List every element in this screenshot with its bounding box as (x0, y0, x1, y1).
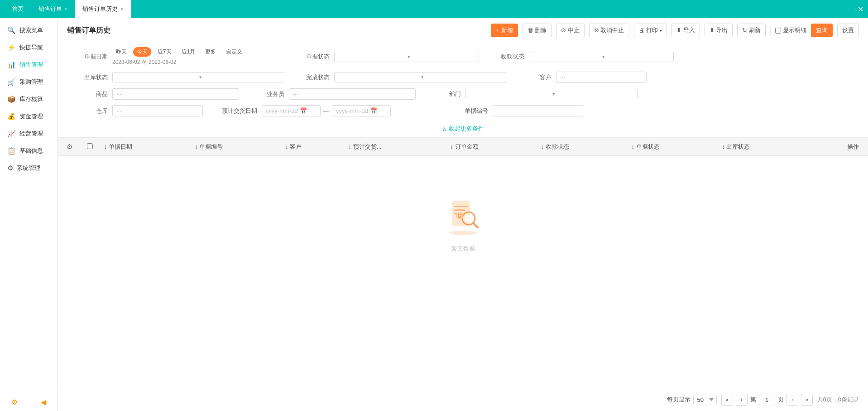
query-button[interactable]: 查询 (811, 24, 833, 37)
date-opt-1month[interactable]: 近1月 (178, 47, 199, 57)
date-input-group: yyyy-mm-dd 📅 — yyyy-mm-dd 📅 (262, 105, 443, 116)
setup-button[interactable]: 设置 (837, 24, 859, 37)
tab-sales-order-close[interactable]: × (65, 6, 67, 12)
expected-date-label: 预计交货日期 (216, 107, 262, 115)
receipt-status-arrow: ▾ (602, 54, 670, 60)
select-all-checkbox[interactable] (87, 143, 93, 149)
customer-input[interactable]: ··· (556, 72, 647, 83)
sidebar-item-sys-mgmt-label: 系统管理 (17, 164, 40, 172)
th-receipt-status[interactable]: ↕ 收款状态 (535, 138, 626, 156)
sidebar-bottom: ⚙ ◀ (0, 393, 58, 411)
receipt-status-select[interactable]: ▾ (529, 52, 674, 62)
warehouse-input[interactable]: ··· (112, 105, 203, 116)
sidebar-item-sales-mgmt[interactable]: 📊 销售管理 (0, 56, 58, 73)
new-button[interactable]: + 新增 (491, 24, 518, 37)
th-doc-no[interactable]: ↕ 单据编号 (189, 138, 280, 156)
import-button[interactable]: ⬇ 导入 (671, 24, 700, 37)
close-window-icon[interactable]: ✕ (858, 5, 863, 14)
first-page-button[interactable]: « (721, 394, 733, 406)
refresh-button[interactable]: ↻ 刷新 (737, 24, 766, 37)
print-dropdown-icon[interactable]: ▾ (660, 28, 662, 33)
calendar-start-icon[interactable]: 📅 (300, 107, 307, 114)
show-detail-checkbox[interactable] (775, 28, 781, 34)
delete-button[interactable]: 🗑 删除 (523, 24, 552, 37)
collapse-button[interactable]: ∧ 收起更多条件 (76, 122, 850, 137)
expected-date-end[interactable]: yyyy-mm-dd 📅 (332, 105, 391, 116)
sidebar-item-ops-mgmt[interactable]: 📈 经营管理 (0, 125, 58, 142)
stop-button-label: ⊘ 中止 (561, 26, 580, 34)
main-layout: 🔍 搜索菜单 ⚡ 快捷导航 📊 销售管理 🛒 采购管理 📦 库存核算 💰 资金管… (0, 18, 868, 411)
status-select[interactable]: ▾ (334, 52, 479, 62)
complete-select[interactable]: ▾ (334, 72, 506, 82)
th-actions-label: 操作 (847, 143, 859, 150)
sales-mgmt-icon: 📊 (7, 61, 16, 69)
th-doc-status[interactable]: ↕ 单据状态 (626, 138, 716, 156)
prev-page-button[interactable]: ‹ (736, 394, 748, 406)
collapse-up-icon: ∧ (442, 126, 447, 132)
sidebar-item-stock-check[interactable]: 📦 库存核算 (0, 91, 58, 108)
page-label: 页 (778, 396, 784, 404)
doc-no-label: 单据编号 (456, 107, 493, 115)
sidebar-item-purchase-mgmt[interactable]: 🛒 采购管理 (0, 73, 58, 91)
date-opt-custom[interactable]: 自定义 (222, 47, 246, 57)
out-stock-select[interactable]: ▾ (112, 72, 284, 82)
per-page-select[interactable]: 50 10 20 100 (693, 395, 717, 405)
sidebar-settings-icon[interactable]: ⚙ (11, 398, 18, 406)
export-button[interactable]: ⬆ 导出 (705, 24, 733, 37)
th-doc-status-label: ↕ 单据状态 (631, 143, 659, 151)
th-out-stock-status[interactable]: ↕ 出库状态 (716, 138, 807, 156)
export-button-label: ⬆ 导出 (710, 26, 728, 34)
date-filter: 昨天 今天 近7天 近1月 更多 自定义 2023-06-02 至 2023-0… (112, 47, 284, 66)
salesman-input[interactable]: ··· (289, 88, 416, 100)
calendar-end-icon[interactable]: 📅 (370, 107, 377, 114)
last-page-button[interactable]: » (801, 394, 813, 406)
sidebar: 🔍 搜索菜单 ⚡ 快捷导航 📊 销售管理 🛒 采购管理 📦 库存核算 💰 资金管… (0, 18, 58, 411)
complete-arrow: ▾ (421, 74, 502, 80)
th-doc-date-label: ↕ 单据日期 (104, 143, 132, 151)
sidebar-collapse-icon[interactable]: ◀ (41, 398, 46, 406)
expected-date-end-value: yyyy-mm-dd (336, 107, 368, 114)
cancel-stop-button[interactable]: ⊗ 取消中止 (589, 24, 629, 37)
date-opt-7days[interactable]: 近7天 (154, 47, 175, 57)
th-receipt-status-label: ↕ 收款状态 (541, 143, 569, 151)
product-input[interactable]: ··· (112, 88, 239, 100)
doc-no-input[interactable] (493, 105, 583, 116)
show-detail-checkbox-label[interactable]: 显示明细 (775, 26, 806, 34)
tab-sales-order-history[interactable]: 销售订单历史 × (75, 0, 131, 18)
sidebar-item-search-menu[interactable]: 🔍 搜索菜单 (0, 22, 58, 39)
table-container[interactable]: ⚙ ↕ 单据日期 ↕ 单据编号 (58, 138, 868, 388)
page-title: 销售订单历史 (67, 26, 110, 35)
next-page-button[interactable]: › (786, 394, 798, 406)
print-button[interactable]: 🖨 打印 ▾ (634, 24, 667, 37)
salesman-filter: ··· (289, 88, 416, 100)
tab-sales-order[interactable]: 销售订单 × (31, 0, 75, 18)
page-word: 第 (750, 396, 756, 404)
th-expected-delivery[interactable]: ↕ 预计交货... (343, 138, 445, 156)
customer-label: 客户 (520, 73, 556, 82)
sidebar-item-purchase-mgmt-label: 采购管理 (19, 78, 43, 86)
date-opt-today[interactable]: 今天 (133, 47, 151, 57)
th-customer[interactable]: ↕ 客户 (280, 138, 343, 156)
sidebar-item-basic-info[interactable]: 📋 基础信息 (0, 142, 58, 160)
settings-gear-icon[interactable]: ⚙ (67, 143, 72, 150)
page-number-input[interactable] (759, 395, 775, 405)
sidebar-item-sys-mgmt[interactable]: ⚙ 系统管理 (0, 160, 58, 177)
cancel-stop-button-label: ⊗ 取消中止 (594, 26, 624, 34)
finance-mgmt-icon: 💰 (7, 112, 16, 121)
expected-date-start[interactable]: yyyy-mm-dd 📅 (262, 105, 321, 116)
filter-row-2: 出库状态 ▾ 完成状态 ▾ 客户 (76, 72, 850, 83)
stop-button[interactable]: ⊘ 中止 (556, 24, 585, 37)
date-opt-more[interactable]: 更多 (201, 47, 220, 57)
svg-point-0 (450, 231, 477, 235)
toolbar: + 新增 🗑 删除 ⊘ 中止 ⊗ 取消中止 🖨 打印 ▾ (491, 24, 859, 37)
sidebar-item-finance-mgmt[interactable]: 💰 资金管理 (0, 108, 58, 125)
dept-select[interactable]: ▾ (465, 89, 638, 99)
sidebar-item-quick-nav[interactable]: ⚡ 快捷导航 (0, 39, 58, 56)
date-opt-yesterday[interactable]: 昨天 (112, 47, 130, 57)
doc-no-filter (493, 105, 665, 116)
th-doc-date[interactable]: ↕ 单据日期 (99, 138, 189, 156)
tab-home[interactable]: 首页 (5, 0, 31, 18)
tab-sales-order-history-close[interactable]: × (120, 6, 123, 12)
sidebar-item-quick-nav-label: 快捷导航 (19, 44, 43, 52)
th-order-amount[interactable]: ↕ 订单金额 (445, 138, 536, 156)
